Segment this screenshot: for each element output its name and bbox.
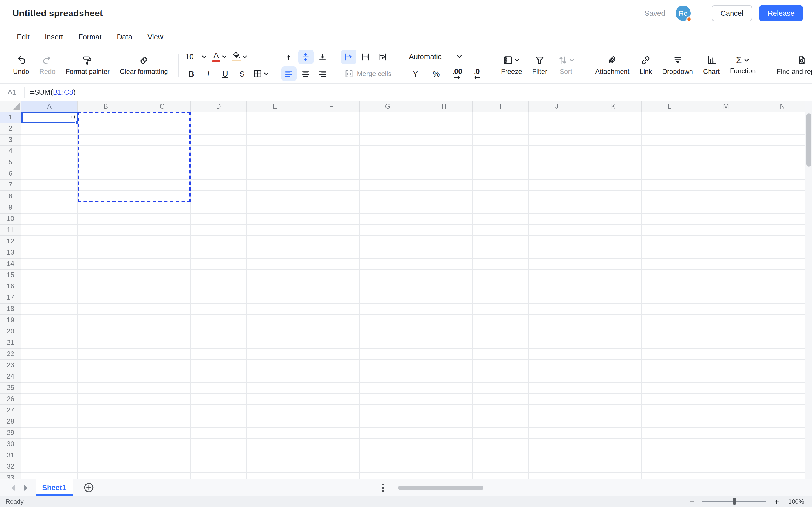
cell-f26[interactable]: [303, 394, 360, 405]
menu-insert[interactable]: Insert: [45, 33, 63, 41]
column-header-j[interactable]: J: [529, 101, 585, 112]
cell-j23[interactable]: [529, 360, 585, 371]
cell-e32[interactable]: [247, 461, 303, 473]
cell-n11[interactable]: [755, 225, 811, 236]
cell-l4[interactable]: [642, 146, 698, 157]
cell-a10[interactable]: [21, 214, 78, 225]
number-format-select[interactable]: Automatic: [405, 49, 466, 64]
cell-b11[interactable]: [78, 225, 134, 236]
cell-a32[interactable]: [21, 461, 78, 473]
cell-m27[interactable]: [698, 405, 755, 416]
cell-j17[interactable]: [529, 292, 585, 304]
cell-e6[interactable]: [247, 168, 303, 180]
cell-h2[interactable]: [416, 123, 472, 135]
cell-i33[interactable]: [472, 473, 529, 479]
cell-g29[interactable]: [360, 428, 416, 439]
cell-d22[interactable]: [191, 349, 247, 360]
horizontal-scrollbar-thumb[interactable]: [398, 485, 483, 490]
cell-j13[interactable]: [529, 247, 585, 259]
cell-a22[interactable]: [21, 349, 78, 360]
row-header-3[interactable]: 3: [0, 135, 21, 146]
cell-f2[interactable]: [303, 123, 360, 135]
cell-n22[interactable]: [755, 349, 811, 360]
cell-b23[interactable]: [78, 360, 134, 371]
row-header-18[interactable]: 18: [0, 304, 21, 315]
cell-i32[interactable]: [472, 461, 529, 473]
cell-n27[interactable]: [755, 405, 811, 416]
cell-a4[interactable]: [21, 146, 78, 157]
cell-n26[interactable]: [755, 394, 811, 405]
cell-l33[interactable]: [642, 473, 698, 479]
cell-f21[interactable]: [303, 337, 360, 349]
zoom-slider[interactable]: [702, 501, 766, 502]
cell-d20[interactable]: [191, 326, 247, 337]
cell-a21[interactable]: [21, 337, 78, 349]
cell-c9[interactable]: [134, 202, 191, 214]
cell-k16[interactable]: [585, 281, 642, 292]
column-header-n[interactable]: N: [755, 101, 811, 112]
cell-k15[interactable]: [585, 270, 642, 281]
cell-h6[interactable]: [416, 168, 472, 180]
cell-c3[interactable]: [134, 135, 191, 146]
text-wrap-button[interactable]: [375, 50, 390, 64]
cell-a16[interactable]: [21, 281, 78, 292]
cell-j26[interactable]: [529, 394, 585, 405]
prev-sheet-arrow-icon[interactable]: [11, 485, 15, 490]
cell-c17[interactable]: [134, 292, 191, 304]
cell-a6[interactable]: [21, 168, 78, 180]
cell-m6[interactable]: [698, 168, 755, 180]
cell-j6[interactable]: [529, 168, 585, 180]
cell-k20[interactable]: [585, 326, 642, 337]
cell-c24[interactable]: [134, 371, 191, 383]
cell-n31[interactable]: [755, 450, 811, 461]
cell-c30[interactable]: [134, 439, 191, 450]
cell-h29[interactable]: [416, 428, 472, 439]
cell-b13[interactable]: [78, 247, 134, 259]
cell-e8[interactable]: [247, 191, 303, 202]
cell-reference-box[interactable]: A1: [0, 84, 24, 101]
cell-m19[interactable]: [698, 315, 755, 326]
cell-c8[interactable]: [134, 191, 191, 202]
cell-d1[interactable]: [191, 112, 247, 123]
cell-l3[interactable]: [642, 135, 698, 146]
cell-i17[interactable]: [472, 292, 529, 304]
cell-k14[interactable]: [585, 259, 642, 270]
document-title[interactable]: Untitled spreadsheet: [12, 8, 103, 18]
cell-c19[interactable]: [134, 315, 191, 326]
cell-j32[interactable]: [529, 461, 585, 473]
cell-k32[interactable]: [585, 461, 642, 473]
fill-color-button[interactable]: [231, 50, 249, 64]
cell-g14[interactable]: [360, 259, 416, 270]
cell-h12[interactable]: [416, 236, 472, 247]
cell-n25[interactable]: [755, 383, 811, 394]
cell-l29[interactable]: [642, 428, 698, 439]
cell-l8[interactable]: [642, 191, 698, 202]
cell-d13[interactable]: [191, 247, 247, 259]
cell-m16[interactable]: [698, 281, 755, 292]
cell-e27[interactable]: [247, 405, 303, 416]
cell-g25[interactable]: [360, 383, 416, 394]
cell-i27[interactable]: [472, 405, 529, 416]
cell-h23[interactable]: [416, 360, 472, 371]
cell-m3[interactable]: [698, 135, 755, 146]
cell-m25[interactable]: [698, 383, 755, 394]
cell-b16[interactable]: [78, 281, 134, 292]
cell-a18[interactable]: [21, 304, 78, 315]
cell-i14[interactable]: [472, 259, 529, 270]
align-top-button[interactable]: [282, 50, 297, 64]
cell-i1[interactable]: [472, 112, 529, 123]
cell-m11[interactable]: [698, 225, 755, 236]
cell-g17[interactable]: [360, 292, 416, 304]
cell-d10[interactable]: [191, 214, 247, 225]
cell-f14[interactable]: [303, 259, 360, 270]
cell-b2[interactable]: [78, 123, 134, 135]
row-header-21[interactable]: 21: [0, 337, 21, 349]
cell-i2[interactable]: [472, 123, 529, 135]
dropdown-button[interactable]: Dropdown: [657, 50, 698, 81]
cell-h25[interactable]: [416, 383, 472, 394]
cell-l20[interactable]: [642, 326, 698, 337]
cell-e16[interactable]: [247, 281, 303, 292]
cell-g2[interactable]: [360, 123, 416, 135]
cell-g27[interactable]: [360, 405, 416, 416]
cell-b8[interactable]: [78, 191, 134, 202]
